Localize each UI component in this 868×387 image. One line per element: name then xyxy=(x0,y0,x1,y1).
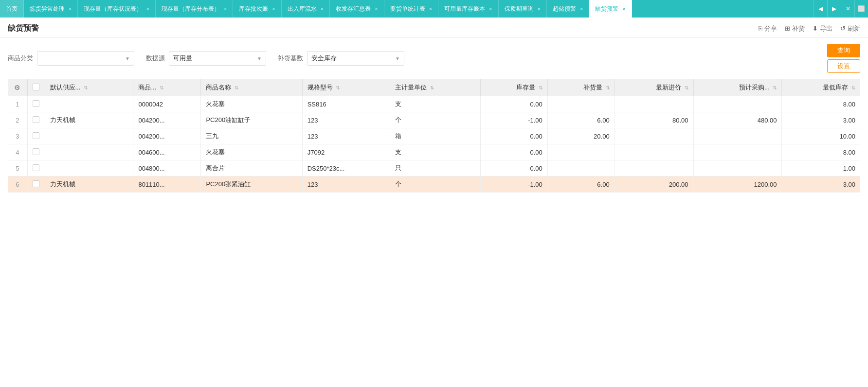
export-icon: ⬇ xyxy=(813,25,818,32)
table-row: 10000042火花塞SS816支0.008.00 xyxy=(8,96,860,112)
row-checkbox[interactable] xyxy=(33,148,39,155)
datasource-select-arrow: ▼ xyxy=(257,56,262,61)
sort-icon-supplier[interactable]: ⇅ xyxy=(84,85,88,90)
share-button[interactable]: ⎘ 分享 xyxy=(759,24,777,33)
sort-icon-estimated-purchase[interactable]: ⇅ xyxy=(773,85,777,90)
tab-close-stock-batch[interactable]: × xyxy=(272,6,275,12)
cell-supplier xyxy=(45,160,133,176)
cell-stock: 0.00 xyxy=(480,144,547,160)
tab-available-ledger[interactable]: 可用量库存账本 × xyxy=(438,0,498,18)
col-header-replenish-qty: 补货量 ⇅ xyxy=(547,79,615,96)
cell-replenish-qty xyxy=(547,96,615,112)
col-header-unit: 主计量单位 ⇅ xyxy=(390,79,481,96)
col-header-min-stock: 最低库存 ⇅ xyxy=(782,79,860,96)
cell-spec: DS250*23c... xyxy=(302,160,390,176)
tab-order-stats[interactable]: 要货单统计表 × xyxy=(384,0,438,18)
share-icon: ⎘ xyxy=(759,25,762,32)
shortage-table: ⚙ 默认供应... ⇅ 商品... ⇅ 商品名称 ⇅ xyxy=(8,79,860,193)
cell-checkbox[interactable] xyxy=(27,176,45,193)
tab-close-collect-summary[interactable]: × xyxy=(375,6,378,12)
sort-icon-product-code[interactable]: ⇅ xyxy=(160,85,163,90)
settings-button[interactable]: 设置 xyxy=(827,59,860,73)
cell-checkbox[interactable] xyxy=(27,144,45,160)
col-header-estimated-purchase: 预计采购... ⇅ xyxy=(693,79,782,96)
query-button[interactable]: 查询 xyxy=(827,44,860,57)
cell-product-code: 801110... xyxy=(133,176,201,193)
cell-product-name: 三九 xyxy=(201,128,302,144)
cell-product-name: 火花塞 xyxy=(201,144,302,160)
tab-close-current-stock-dist[interactable]: × xyxy=(224,6,227,12)
tab-stock-batch[interactable]: 库存批次账 × xyxy=(233,0,281,18)
sort-icon-stock[interactable]: ⇅ xyxy=(539,85,542,90)
cell-estimated-purchase xyxy=(693,96,782,112)
row-checkbox[interactable] xyxy=(33,164,39,171)
sort-icon-unit[interactable]: ⇅ xyxy=(430,85,434,90)
cell-product-code: 004200... xyxy=(133,112,201,128)
col-header-product-code: 商品... ⇅ xyxy=(133,79,201,96)
cell-checkbox[interactable] xyxy=(27,112,45,128)
tab-expiry-query[interactable]: 保质期查询 × xyxy=(499,0,547,18)
row-checkbox[interactable] xyxy=(33,116,39,123)
tab-close-expiry-query[interactable]: × xyxy=(538,6,541,12)
tab-home[interactable]: 首页 xyxy=(0,0,24,18)
row-checkbox[interactable] xyxy=(33,100,39,107)
cell-stock: -1.00 xyxy=(480,176,547,193)
cell-stock: 0.00 xyxy=(480,128,547,144)
cell-unit: 个 xyxy=(390,176,481,193)
cell-index: 6 xyxy=(8,176,27,193)
category-select-arrow: ▼ xyxy=(125,56,130,61)
cell-stock: 0.00 xyxy=(480,96,547,112)
cell-replenish-qty xyxy=(547,144,615,160)
sort-icon-min-stock[interactable]: ⇅ xyxy=(851,85,855,90)
cell-estimated-purchase: 1200.00 xyxy=(693,176,782,193)
header-actions: ⎘ 分享 ⊞ 补货 ⬇ 导出 ↺ 刷新 xyxy=(759,24,860,33)
tab-close-current-stock-status[interactable]: × xyxy=(146,6,149,12)
tab-close-order-stats[interactable]: × xyxy=(429,6,432,12)
sort-icon-spec[interactable]: ⇅ xyxy=(336,85,340,90)
tab-close-all-button[interactable]: ✕ xyxy=(841,0,854,18)
cell-checkbox[interactable] xyxy=(27,96,45,112)
col-header-default-supplier: 默认供应... ⇅ xyxy=(45,79,133,96)
category-label: 商品分类 xyxy=(8,54,33,63)
cell-product-code: 004600... xyxy=(133,144,201,160)
tab-close-overstock-warning[interactable]: × xyxy=(580,6,583,12)
tab-next-button[interactable]: ▶ xyxy=(827,0,841,18)
tab-fullscreen-button[interactable]: ⬜ xyxy=(854,0,868,18)
row-checkbox[interactable] xyxy=(33,132,39,139)
tab-close-shortage-warning[interactable]: × xyxy=(622,6,625,12)
datasource-select[interactable]: 可用量 ▼ xyxy=(169,51,266,66)
cell-index: 4 xyxy=(8,144,27,160)
sort-icon-latest-price[interactable]: ⇅ xyxy=(685,85,688,90)
cell-unit: 箱 xyxy=(390,128,481,144)
datasource-label: 数据源 xyxy=(146,54,165,63)
row-checkbox[interactable] xyxy=(33,180,39,187)
cell-checkbox[interactable] xyxy=(27,128,45,144)
page-title: 缺货预警 xyxy=(8,23,39,34)
replenish-base-select[interactable]: 安全库存 ▼ xyxy=(307,51,404,66)
tab-collect-summary[interactable]: 收发存汇总表 × xyxy=(330,0,384,18)
sort-icon-product-name[interactable]: ⇅ xyxy=(235,85,238,90)
category-select[interactable]: ▼ xyxy=(37,51,134,66)
tab-current-stock-status[interactable]: 现存量（库存状况表） × xyxy=(78,0,155,18)
tab-close-available-ledger[interactable]: × xyxy=(489,6,492,12)
tab-shortage-warning[interactable]: 缺货预警 × xyxy=(589,0,632,18)
replenish-base-value: 安全库存 xyxy=(311,54,337,63)
export-button[interactable]: ⬇ 导出 xyxy=(813,24,832,33)
refresh-button[interactable]: ↺ 刷新 xyxy=(840,24,860,33)
filter-actions: 查询 设置 xyxy=(827,44,860,73)
tab-close-refine-abnormal[interactable]: × xyxy=(69,6,72,12)
tab-prev-button[interactable]: ◀ xyxy=(814,0,827,18)
sort-icon-replenish-qty[interactable]: ⇅ xyxy=(606,85,610,90)
select-all-checkbox[interactable] xyxy=(33,84,39,90)
tab-inout-flow[interactable]: 出入库流水 × xyxy=(282,0,330,18)
cell-index: 3 xyxy=(8,128,27,144)
tab-bar: 首页 炼货异常处理 × 现存量（库存状况表） × 现存量（库存分布表） × 库存… xyxy=(0,0,868,18)
replenish-button[interactable]: ⊞ 补货 xyxy=(785,24,805,33)
cell-stock: 0.00 xyxy=(480,160,547,176)
tab-current-stock-dist[interactable]: 现存量（库存分布表） × xyxy=(156,0,233,18)
cell-checkbox[interactable] xyxy=(27,160,45,176)
tab-refine-abnormal[interactable]: 炼货异常处理 × xyxy=(24,0,78,18)
tab-overstock-warning[interactable]: 超储预警 × xyxy=(547,0,589,18)
table-settings-icon[interactable]: ⚙ xyxy=(14,84,20,91)
tab-close-inout-flow[interactable]: × xyxy=(321,6,324,12)
